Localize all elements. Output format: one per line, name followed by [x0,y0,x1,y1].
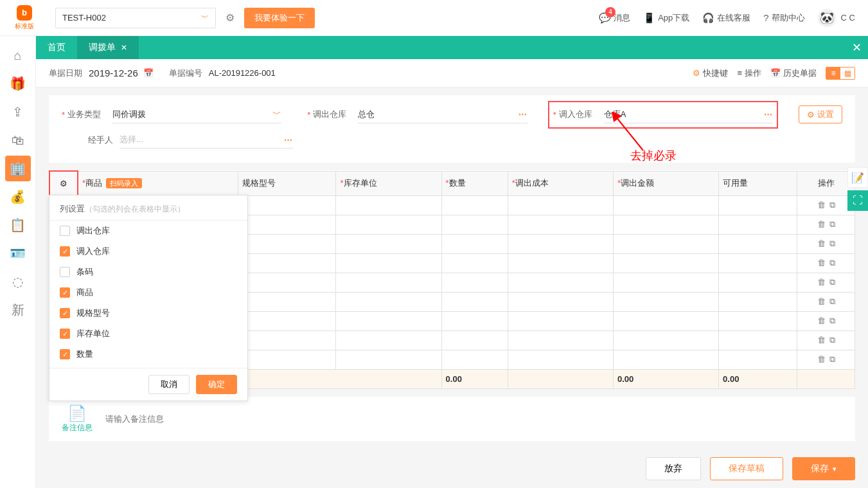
messages-link[interactable]: 💬 消息 4 [599,12,630,24]
help-center-link[interactable]: ? 帮助中心 [763,12,804,24]
form-card: * 业务类型 同价调拨﹀ * 调出仓库 总仓⋯ * 调入仓库 仓库A⋯ ⚙设置 … [49,95,855,163]
messages-badge: 4 [605,7,616,17]
user-menu[interactable]: 🐼 C C [818,9,855,27]
list-view-icon[interactable]: ≡ [826,68,840,79]
column-option[interactable]: 条码 [49,262,247,282]
gear-icon[interactable]: ⚙ [226,12,235,24]
col-out-cost: *调出成本 [508,171,613,195]
column-option[interactable]: ✓库存单位 [49,323,247,344]
checkbox-icon: ✓ [60,349,70,359]
tab-current[interactable]: 调拨单 ✕ [77,36,139,59]
col-out-amount: *调出金额 [613,171,718,195]
copy-icon[interactable]: ⧉ [829,277,835,287]
delete-icon[interactable]: 🗑 [817,239,826,248]
experience-button[interactable]: 我要体验一下 [244,8,315,28]
sidebar-clipboard-icon[interactable]: 📋 [5,212,31,238]
grid-view-icon[interactable]: ▦ [840,68,855,79]
delete-icon[interactable]: 🗑 [817,277,826,287]
column-option[interactable]: 调出仓库 [49,221,247,241]
column-option[interactable]: ✓规格型号 [49,303,247,323]
operate-link[interactable]: ≡操作 [737,68,761,79]
discard-button[interactable]: 放弃 [646,457,701,480]
avatar: 🐼 [818,9,836,27]
popup-title: 列设置（勾选的列会在表格中显示） [49,195,247,220]
doc-no-label: 单据编号 [169,68,202,79]
online-service-link[interactable]: 🎧 在线客服 [702,12,750,24]
sidebar-warehouse-icon[interactable]: 🏢 [5,156,31,181]
close-icon[interactable]: ✕ [121,43,127,52]
more-icon: ⋯ [764,109,773,119]
copy-icon[interactable]: ⧉ [829,335,835,345]
note-floater[interactable]: 📝 [847,167,868,188]
delete-icon[interactable]: 🗑 [817,335,826,345]
more-icon: ⋯ [518,109,527,119]
col-available: 可用量 [719,171,797,195]
delete-icon[interactable]: 🗑 [817,316,826,325]
view-toggle[interactable]: ≡ ▦ [826,67,855,80]
shortcut-link[interactable]: ⚙快捷键 [693,68,728,79]
sidebar-money-icon[interactable]: 💰 [5,184,31,210]
copy-icon[interactable]: ⧉ [829,239,835,248]
copy-icon[interactable]: ⧉ [829,219,835,229]
save-draft-button[interactable]: 保存草稿 [710,457,783,480]
delete-icon[interactable]: 🗑 [817,258,826,267]
expand-floater[interactable]: ⛶ [847,190,868,211]
logo-label: 标准版 [15,22,34,31]
tab-bar: 首页 调拨单 ✕ ✕ [36,36,868,59]
delete-icon[interactable]: 🗑 [817,200,826,210]
column-option[interactable]: ✓商品 [49,282,247,303]
remark-input[interactable] [105,414,842,424]
close-all-tabs[interactable]: ✕ [845,36,868,59]
checkbox-icon: ✓ [60,308,70,318]
delete-icon[interactable]: 🗑 [817,296,826,306]
column-settings-popup: 列设置（勾选的列会在表格中显示） 调出仓库✓调入仓库条码✓商品✓规格型号✓库存单… [49,195,248,401]
note-icon: 📄 [67,404,87,422]
sidebar-home-icon[interactable]: ⌂ [5,42,31,68]
sidebar-bag-icon[interactable]: 🛍 [5,127,31,153]
popup-confirm-button[interactable]: 确定 [196,375,237,394]
org-selector[interactable]: TEST-H002 ﹀ [55,8,216,28]
logo-icon: b [17,5,32,21]
copy-icon[interactable]: ⧉ [829,354,835,364]
sidebar-upload-icon[interactable]: ⇪ [5,99,31,125]
delete-icon[interactable]: 🗑 [817,219,826,229]
gear-icon: ⚙ [807,110,815,120]
menu-icon: ≡ [737,68,742,78]
column-settings-button[interactable]: ⚙ [49,171,78,195]
in-warehouse-field[interactable]: * 调入仓库 仓库A⋯ [548,101,778,129]
copy-icon[interactable]: ⧉ [829,258,835,267]
handler-field[interactable]: 经手人 选择...⋯ [62,131,293,149]
popup-cancel-button[interactable]: 取消 [148,375,190,394]
column-option[interactable]: ✓调入仓库 [49,241,247,262]
logo: b 标准版 [13,5,36,31]
biz-type-field[interactable]: * 业务类型 同价调拨﹀ [62,106,281,123]
chevron-down-icon: ﹀ [201,12,209,23]
settings-button[interactable]: ⚙设置 [799,105,842,123]
copy-icon[interactable]: ⧉ [829,200,835,210]
checkbox-icon: ✓ [60,287,70,298]
col-product: *商品扫码录入 [78,171,238,195]
column-option[interactable]: ✓数量 [49,344,247,365]
org-selector-value: TEST-H002 [62,13,106,23]
items-table: ⚙ *商品扫码录入 规格型号 *库存单位 *数量 *调出成本 *调出金额 可用量… [49,170,855,389]
delete-icon[interactable]: 🗑 [817,354,826,364]
chevron-down-icon: ﹀ [272,109,281,120]
tab-home[interactable]: 首页 [36,36,77,59]
save-button[interactable]: 保存▾ [792,457,855,480]
copy-icon[interactable]: ⧉ [829,316,835,325]
history-link[interactable]: 📅历史单据 [770,68,817,79]
top-header: b 标准版 TEST-H002 ﹀ ⚙ 我要体验一下 💬 消息 4 📱 App下… [0,0,868,36]
app-download-link[interactable]: 📱 App下载 [643,12,689,24]
sidebar-id-icon[interactable]: 🪪 [5,240,31,266]
sidebar-refresh-icon[interactable]: ◌ [5,269,31,294]
col-spec: 规格型号 [238,171,336,195]
date-value[interactable]: 2019-12-26 [89,68,138,78]
scan-button[interactable]: 扫码录入 [106,178,142,188]
copy-icon[interactable]: ⧉ [829,296,835,306]
document-header: 单据日期 2019-12-26 📅 单据编号 AL-20191226-001 ⚙… [36,59,868,87]
sidebar-gift-icon[interactable]: 🎁 [5,71,31,96]
calendar-icon[interactable]: 📅 [143,68,154,78]
sidebar-new-icon[interactable]: 新 [5,297,31,323]
remark-label: 📄 备注信息 [62,404,93,433]
out-warehouse-field[interactable]: * 调出仓库 总仓⋯ [307,106,527,123]
